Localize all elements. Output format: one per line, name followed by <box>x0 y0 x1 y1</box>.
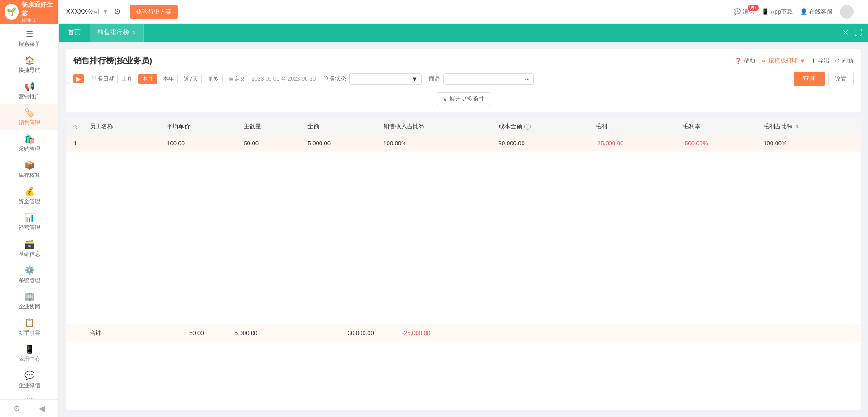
goods-input[interactable]: ··· <box>443 73 534 85</box>
date-btn-7days[interactable]: 近7天 <box>180 74 202 84</box>
filter-toggle-icon[interactable]: ▶ <box>73 74 84 83</box>
sidebar-item-enterprise[interactable]: 🏢企业协同 <box>0 288 58 314</box>
app-icon: 📱 <box>762 8 769 15</box>
goods-input-dots: ··· <box>525 76 530 82</box>
settings-bottom-icon[interactable]: ⚙ <box>13 403 20 413</box>
sidebar-label-inventory: 库存核算 <box>19 172 40 179</box>
date-filter-group: 单据日期 上月 本月 本年 近7天 更多 自定义 2023-06-01 至 20… <box>91 74 316 84</box>
sidebar-label-apps: 应用中心 <box>19 355 40 363</box>
sidebar-item-wechat[interactable]: 💬企业微信 <box>0 367 58 393</box>
sidebar-item-system[interactable]: ⚙️系统管理 <box>0 262 58 288</box>
cell-cost: 30,000.00 <box>493 135 590 152</box>
date-btn-this-year[interactable]: 本年 <box>159 74 178 84</box>
print-icon: 🖨 <box>761 58 767 64</box>
goods-filter-group: 商品 ··· <box>429 73 534 85</box>
company-arrow-icon: ▼ <box>103 9 108 15</box>
date-range-text: 2023-06-01 至 2023-06-30 <box>252 75 316 83</box>
company-name: XXXXX公司 <box>66 8 100 16</box>
export-button[interactable]: ⬇ 导出 <box>811 57 830 65</box>
th-gross-rate: 毛利率 <box>677 118 758 135</box>
sidebar-logo: 🌱 畅康通好生意 标准版 <box>0 0 58 24</box>
sidebar-item-marketing[interactable]: 📢营销推广 <box>0 78 58 104</box>
sidebar-item-sales[interactable]: 🏷️销售管理 <box>0 104 58 130</box>
sidebar-item-apps[interactable]: 📱应用中心 <box>0 340 58 367</box>
date-btn-more[interactable]: 更多 <box>204 74 223 84</box>
expand-icon: ∨ <box>443 96 447 102</box>
cell-gross_pct: 100.00% <box>758 135 861 152</box>
footer-cost: 30,000.00 <box>348 330 402 336</box>
tab-home[interactable]: 首页 <box>59 24 90 42</box>
table-empty-area <box>66 152 861 324</box>
th-gross-pct: 毛利占比% ⇅ <box>758 118 861 135</box>
tab-sales-ranking[interactable]: 销售排行榜 × <box>90 24 144 42</box>
table-footer: 合计 50.00 5,000.00 30,000.00 -25,000.00 <box>66 324 861 341</box>
export-icon: ⬇ <box>811 58 816 64</box>
sidebar-icon-finance: 💰 <box>24 187 34 197</box>
message-badge: 99+ <box>748 5 759 11</box>
sidebar-item-purchase[interactable]: 🛍️采购管理 <box>0 130 58 157</box>
refresh-icon: ↺ <box>835 58 840 64</box>
print-button[interactable]: 🖨 按模板打印 ▼ <box>761 57 806 65</box>
expand-row: ∨ 展开更多条件 <box>73 90 854 108</box>
expand-button[interactable]: ∨ 展开更多条件 <box>437 92 490 105</box>
help-button[interactable]: ❓ 帮助 <box>734 57 755 65</box>
sidebar-label-system: 系统管理 <box>19 277 40 284</box>
sidebar-icon-operation: 📊 <box>24 213 34 223</box>
settings-icon[interactable]: ⚙ <box>114 7 121 17</box>
cell-amount: 5,000.00 <box>302 135 378 152</box>
filter-row: ▶ 单据日期 上月 本月 本年 近7天 更多 自定义 2023-06-01 至 … <box>73 72 854 90</box>
page-actions: ❓ 帮助 🖨 按模板打印 ▼ ⬇ 导出 ↺ 刷新 <box>734 57 854 65</box>
th-rank: ☆ <box>66 118 84 135</box>
sidebar-label-finance: 资金管理 <box>19 198 40 206</box>
sidebar-label-sales: 销售管理 <box>19 119 40 127</box>
window-close-icon[interactable]: ✕ <box>842 28 849 38</box>
company-selector[interactable]: XXXXX公司 ▼ <box>66 8 108 16</box>
th-gross: 毛利 <box>590 118 677 135</box>
sidebar-item-search-order[interactable]: ☰搜索菜单 <box>0 25 58 52</box>
cell-sales_pct: 100.00% <box>378 135 493 152</box>
sidebar-label-wechat: 企业微信 <box>19 382 40 389</box>
sidebar-item-operation[interactable]: 📊经营管理 <box>0 209 58 235</box>
window-expand-icon[interactable]: ⛶ <box>854 28 863 38</box>
tab-close-icon[interactable]: × <box>133 29 136 36</box>
cell-gross_rate: -500.00% <box>677 135 758 152</box>
page-title-row: 销售排行榜(按业务员) ❓ 帮助 🖨 按模板打印 ▼ ⬇ 导出 <box>73 55 854 66</box>
logo-icon: 🌱 <box>5 4 19 20</box>
cost-info-icon[interactable]: i <box>524 124 531 130</box>
avatar[interactable] <box>840 5 854 19</box>
goods-filter-label: 商品 <box>429 75 441 83</box>
logo-main: 畅康通好生意 <box>21 0 54 17</box>
service-button[interactable]: 👤 在线客服 <box>800 8 833 16</box>
date-btn-last-month[interactable]: 上月 <box>117 74 136 84</box>
date-btn-this-month[interactable]: 本月 <box>138 74 157 84</box>
sidebar-item-finance[interactable]: 💰资金管理 <box>0 183 58 209</box>
sidebar-icon-guide: 📋 <box>24 318 34 328</box>
sidebar-icon-system: ⚙️ <box>24 265 34 275</box>
refresh-label: 刷新 <box>842 57 854 65</box>
sidebar-item-basic-info[interactable]: 🗃️基础信息 <box>0 235 58 262</box>
table-container: ☆ 员工名称 平均单价 主数量 全额 销售收入占比% 成本全额 i 毛利 毛利率… <box>66 118 861 152</box>
refresh-button[interactable]: ↺ 刷新 <box>835 57 854 65</box>
sidebar-icon-enterprise: 🏢 <box>24 292 34 302</box>
query-button[interactable]: 查询 <box>794 72 825 86</box>
footer-label: 合计 <box>90 329 144 337</box>
tabbar: 首页 销售排行榜 × ✕ ⛶ <box>59 24 868 42</box>
th-sales-pct: 销售收入占比% <box>378 118 493 135</box>
footer-amount: 5,000.00 <box>235 330 289 336</box>
footer-gross: -25,000.00 <box>402 330 456 336</box>
status-select[interactable]: ▼ <box>349 73 422 85</box>
sidebar-item-inventory[interactable]: 📦库存核算 <box>0 157 58 183</box>
collapse-icon[interactable]: ◀ <box>39 403 45 413</box>
trial-button[interactable]: 体验行业方案 <box>130 5 178 19</box>
message-button[interactable]: 💬 消息 99+ <box>734 8 754 16</box>
date-buttons: 上月 本月 本年 近7天 更多 自定义 <box>117 74 249 84</box>
app-download-button[interactable]: 📱 App下载 <box>762 8 793 16</box>
sidebar-item-member[interactable]: 👑畅会员 <box>0 393 58 399</box>
print-label: 按模板打印 <box>768 57 798 65</box>
sidebar-item-quick-nav[interactable]: 🏠快捷导航 <box>0 52 58 78</box>
settings-button[interactable]: 设置 <box>828 72 854 86</box>
sidebar-icon-apps: 📱 <box>24 344 34 354</box>
date-btn-custom[interactable]: 自定义 <box>225 74 249 84</box>
table-row: 1100.0050.005,000.00100.00%30,000.00-25,… <box>66 135 861 152</box>
sidebar-item-guide[interactable]: 📋新手引导 <box>0 314 58 340</box>
